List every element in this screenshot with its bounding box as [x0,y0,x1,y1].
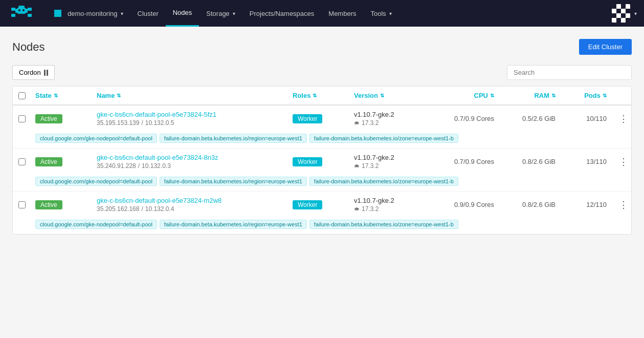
name-cell-0: gke-c-bs6cn-default-pool-e5e73824-5fz1 3… [93,111,288,126]
cpu-cell-0: 0.7/0.9 Cores [432,115,498,122]
cluster-chevron-icon: ▾ [121,11,123,16]
th-ram[interactable]: RAM ⇅ [498,92,560,99]
node-name-link-1[interactable]: gke-c-bs6cn-default-pool-e5e73824-8n3z [97,154,218,161]
roles-sort-icon: ⇅ [313,93,317,98]
logo-area[interactable] [0,0,43,27]
th-cpu[interactable]: CPU ⇅ [432,92,498,99]
nav-right: ▾ [605,0,644,27]
ram-cell-2: 0.8/2.6 GiB [498,201,560,208]
node-name-link-2[interactable]: gke-c-bs6cn-default-pool-e5e73824-m2w8 [97,197,221,204]
row-checkbox-1[interactable] [18,158,26,165]
nav-item-nodes[interactable]: Nodes [166,0,199,27]
node-row-wrapper: Active gke-c-bs6cn-default-pool-e5e73824… [13,105,631,149]
ram-sort-icon: ⇅ [551,93,556,98]
action-cell-2[interactable]: ⋮ [611,198,631,212]
rancher-logo [8,4,35,23]
svg-rect-5 [28,14,32,17]
state-sort-icon: ⇅ [54,93,58,98]
svg-rect-1 [11,8,15,11]
row-checkbox-cell-1[interactable] [13,158,31,165]
table-header: State ⇅ Name ⇅ Roles ⇅ Version ⇅ CPU ⇅ R… [13,87,631,105]
nav-items: demo-monitoring ▾ Cluster Nodes Storage … [43,0,605,27]
pods-cell-0: 10/110 [560,115,611,122]
th-state-label: State [35,92,52,99]
version-cell-2: v1.10.7-gke.2 🌧 17.3.2 [350,197,432,213]
pods-cell-1: 13/110 [560,158,611,165]
name-sort-icon: ⇅ [117,93,121,98]
select-all-checkbox[interactable] [18,92,26,99]
ram-cell-0: 0.5/2.6 GiB [498,115,560,122]
ip-separator-2: / [141,205,143,213]
cordon-button[interactable]: Cordon [12,65,55,80]
state-cell-0: Active [31,114,93,123]
action-cell-0[interactable]: ⋮ [611,112,631,125]
kernel-icon-1: 🌧 [354,163,360,169]
page-content: Nodes Edit Cluster Cordon State ⇅ Name [0,27,644,338]
label-tag-0-2: failure-domain.beta.kubernetes.io/zone=e… [309,134,458,143]
ip-separator-0: / [141,119,143,126]
cpu-text-1: 0.7/0.9 Cores [436,158,494,165]
row-checkbox-cell-2[interactable] [13,201,31,208]
th-cpu-label: CPU [474,92,488,99]
node-name-link-0[interactable]: gke-c-bs6cn-default-pool-e5e73824-5fz1 [97,111,216,118]
avatar [612,4,630,23]
node-ips-0: 35.195.153.139/10.132.0.5 [97,119,284,126]
nav-item-storage-label: Storage [206,10,230,17]
toolbar: Cordon [12,65,632,80]
row-action-button-0[interactable]: ⋮ [615,112,632,125]
th-name[interactable]: Name ⇅ [93,92,288,99]
row-checkbox-0[interactable] [18,115,26,122]
row-checkbox-cell-0[interactable] [13,115,31,122]
nav-tools-dropdown[interactable]: Tools ▾ [364,0,399,27]
pods-text-2: 12/110 [564,201,607,208]
role-badge-2: Worker [293,200,322,209]
top-navigation: demo-monitoring ▾ Cluster Nodes Storage … [0,0,644,27]
cordon-icon [44,70,48,76]
nav-item-members[interactable]: Members [321,0,363,27]
nav-item-members-label: Members [328,10,356,17]
action-cell-1[interactable]: ⋮ [611,155,631,168]
nav-icon-square [54,10,61,17]
select-all-checkbox-cell[interactable] [13,92,31,99]
version-text-1: v1.10.7-gke.2 [354,154,428,161]
kernel-text-2: 🌧 17.3.2 [354,205,428,213]
th-state[interactable]: State ⇅ [31,92,93,99]
state-cell-1: Active [31,157,93,166]
status-badge-1: Active [35,157,62,166]
role-cell-2: Worker [288,200,350,209]
name-cell-2: gke-c-bs6cn-default-pool-e5e73824-m2w8 3… [93,197,288,213]
nav-storage-dropdown[interactable]: Storage ▾ [199,0,242,27]
version-cell-0: v1.10.7-gke.2 🌧 17.3.2 [350,111,432,126]
storage-chevron-icon: ▾ [233,11,235,16]
edit-cluster-button[interactable]: Edit Cluster [579,39,632,55]
kernel-icon-0: 🌧 [354,120,360,126]
label-tag-2-0: cloud.google.com/gke-nodepool=default-po… [35,220,157,229]
pods-sort-icon: ⇅ [603,93,607,98]
label-tag-1-0: cloud.google.com/gke-nodepool=default-po… [35,177,157,186]
nav-item-cluster[interactable]: Cluster [130,0,166,27]
role-badge-1: Worker [293,157,322,166]
nav-cluster-dropdown[interactable]: demo-monitoring ▾ [47,0,130,27]
label-tag-0-1: failure-domain.beta.kubernetes.io/region… [160,134,307,143]
cpu-cell-2: 0.9/0.9 Cores [432,201,498,208]
row-action-button-2[interactable]: ⋮ [615,198,632,212]
th-pods-label: Pods [584,92,601,99]
node-ips-1: 35.240.91.228/10.132.0.3 [97,162,284,170]
th-version-label: Version [354,92,378,99]
node-row-wrapper: Active gke-c-bs6cn-default-pool-e5e73824… [13,149,631,192]
search-input[interactable] [507,65,632,80]
row-checkbox-2[interactable] [18,201,26,208]
cluster-name-label: demo-monitoring [68,10,118,17]
th-version[interactable]: Version ⇅ [350,92,432,99]
nav-item-projects[interactable]: Projects/Namespaces [242,0,321,27]
svg-point-9 [18,9,20,11]
tools-chevron-icon: ▾ [389,11,392,16]
row-action-button-1[interactable]: ⋮ [615,155,632,168]
th-pods[interactable]: Pods ⇅ [560,92,611,99]
role-badge-0: Worker [293,114,322,123]
version-text-0: v1.10.7-gke.2 [354,111,428,118]
th-roles[interactable]: Roles ⇅ [288,92,350,99]
svg-rect-4 [28,8,32,11]
nav-item-tools-label: Tools [371,10,386,17]
user-avatar-area[interactable]: ▾ [605,0,644,27]
